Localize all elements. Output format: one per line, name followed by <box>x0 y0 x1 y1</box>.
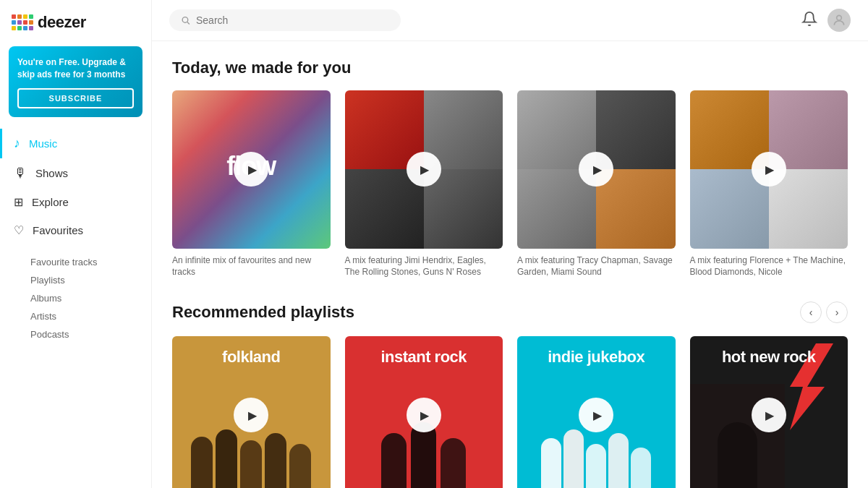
avatar[interactable] <box>827 9 851 32</box>
nav-item-favourites[interactable]: ♡ Favourites <box>0 216 151 244</box>
indie-jukebox-label: indie jukebox <box>517 348 676 367</box>
tracy-mix-card[interactable]: A mix featuring Tracy Chapman, Savage Ga… <box>517 90 676 278</box>
playlists-title: Recommended playlists <box>172 303 354 322</box>
nav-item-music[interactable]: ♪ Music <box>0 129 151 158</box>
tracy-thumb <box>517 90 676 249</box>
topbar-right <box>801 9 851 32</box>
indie-jukebox-card[interactable]: indie jukebox Indie Jukebox <box>517 336 676 488</box>
hot-new-rock-card[interactable]: hot new rock Hot New Rock <box>690 336 848 488</box>
hot-new-rock-label: hot new rock <box>690 348 848 367</box>
florence-mix-card[interactable]: A mix featuring Florence + The Machine, … <box>690 90 848 278</box>
prev-arrow-button[interactable]: ‹ <box>800 301 822 323</box>
hot-new-rock-thumb: hot new rock <box>690 336 848 488</box>
rolling-stones-thumb <box>345 90 503 249</box>
nav-label-music: Music <box>29 137 57 150</box>
rolling-stones-mix-card[interactable]: A mix featuring Jimi Hendrix, Eagles, Th… <box>345 90 503 278</box>
for-you-title: Today, we made for you <box>172 59 848 77</box>
main-content: Today, we made for you flow An infinite … <box>152 0 868 488</box>
microphone-icon: 🎙 <box>14 166 27 181</box>
music-icon: ♪ <box>14 136 20 151</box>
folkland-label: folkland <box>172 348 331 367</box>
indie-jukebox-thumb: indie jukebox <box>517 336 676 488</box>
hot-new-rock-play-button[interactable] <box>752 398 786 432</box>
logo-grid-icon <box>12 14 33 30</box>
next-arrow-button[interactable]: › <box>826 301 848 323</box>
grid-icon: ⊞ <box>14 195 23 209</box>
topbar <box>152 0 868 41</box>
mix1-play-button[interactable] <box>407 152 441 187</box>
flow-play-button[interactable] <box>234 152 268 187</box>
mix2-play-button[interactable] <box>579 152 613 187</box>
mix3-play-button[interactable] <box>752 152 786 187</box>
svg-point-0 <box>182 17 188 23</box>
nav-label-favourites: Favourites <box>33 224 83 236</box>
logo-area: deezer <box>0 0 151 40</box>
playlists-section-header: Recommended playlists ‹ › <box>172 301 848 323</box>
mix1-desc: A mix featuring Jimi Hendrix, Eagles, Th… <box>345 254 503 279</box>
sidebar-item-playlists[interactable]: Playlists <box>0 271 151 289</box>
sidebar-item-podcasts[interactable]: Podcasts <box>0 325 151 343</box>
promo-text: You're on Free. Upgrade & skip ads free … <box>17 56 134 81</box>
search-icon <box>181 15 190 25</box>
instant-rock-play-button[interactable] <box>407 398 441 432</box>
indie-jukebox-play-button[interactable] <box>579 398 613 432</box>
favourites-sub-nav: Favourite tracks Playlists Albums Artist… <box>0 250 151 349</box>
notification-bell-icon[interactable] <box>801 11 817 30</box>
search-input[interactable] <box>196 14 389 26</box>
nav-item-explore[interactable]: ⊞ Explore <box>0 188 151 216</box>
instant-rock-label: instant rock <box>345 348 503 367</box>
folkland-thumb: folkland <box>172 336 331 488</box>
heart-icon: ♡ <box>14 223 24 237</box>
nav-label-explore: Explore <box>32 196 69 208</box>
nav-item-shows[interactable]: 🎙 Shows <box>0 158 151 188</box>
content-area: Today, we made for you flow An infinite … <box>152 41 868 488</box>
instant-rock-card[interactable]: instant rock Instant Rock <box>345 336 503 488</box>
folkland-play-button[interactable] <box>234 398 268 432</box>
mix3-desc: A mix featuring Florence + The Machine, … <box>690 254 848 279</box>
flow-card[interactable]: flow An infinite mix of favourites and n… <box>172 90 331 278</box>
mix2-desc: A mix featuring Tracy Chapman, Savage Ga… <box>517 254 676 279</box>
for-you-grid: flow An infinite mix of favourites and n… <box>172 90 848 278</box>
folkland-card[interactable]: folkland Folkland <box>172 336 331 488</box>
sidebar-item-albums[interactable]: Albums <box>0 289 151 307</box>
flow-card-desc: An infinite mix of favourites and new tr… <box>172 254 331 279</box>
svg-line-1 <box>187 22 190 24</box>
svg-point-2 <box>837 15 842 20</box>
search-bar[interactable] <box>169 9 401 31</box>
subscribe-button[interactable]: SUBSCRIBE <box>17 88 134 108</box>
sidebar-item-artists[interactable]: Artists <box>0 307 151 325</box>
nav-label-shows: Shows <box>35 167 68 179</box>
main-nav: ♪ Music 🎙 Shows ⊞ Explore ♡ Favourites <box>0 123 151 250</box>
sidebar: deezer You're on Free. Upgrade & skip ad… <box>0 0 152 488</box>
instant-rock-thumb: instant rock <box>345 336 503 488</box>
deezer-logo[interactable]: deezer <box>12 13 86 32</box>
flow-card-thumb: flow <box>172 90 331 249</box>
sidebar-item-favourite-tracks[interactable]: Favourite tracks <box>0 253 151 271</box>
playlist-nav-arrows: ‹ › <box>800 301 848 323</box>
florence-thumb <box>690 90 848 249</box>
promo-banner: You're on Free. Upgrade & skip ads free … <box>9 46 142 117</box>
playlists-grid: folkland Folkland instant rock <box>172 336 848 488</box>
logo-text: deezer <box>38 13 86 32</box>
